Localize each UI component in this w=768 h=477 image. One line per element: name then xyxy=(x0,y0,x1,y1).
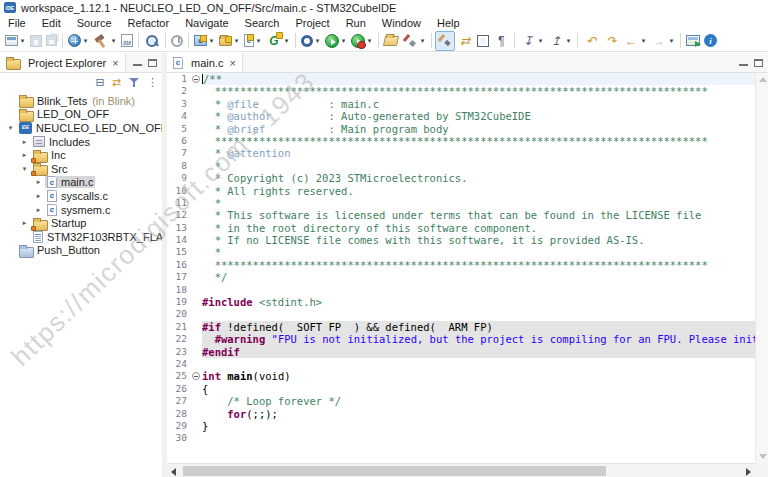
tree-item-inc[interactable]: ▸Inc xyxy=(0,148,162,162)
menu-run[interactable]: Run xyxy=(338,17,374,29)
back-button[interactable]: ←▾ xyxy=(621,31,649,51)
expand-icon[interactable]: ▸ xyxy=(18,219,31,227)
tree-item-src[interactable]: ▾Src xyxy=(0,162,162,176)
code-line-14[interactable]: 14 * If no LICENSE file comes with this … xyxy=(167,234,755,246)
tab-project-explorer[interactable]: Project Explorer × xyxy=(0,53,126,72)
expand-icon[interactable]: ▸ xyxy=(18,138,31,146)
code-line-29[interactable]: 29} xyxy=(167,420,755,432)
collapse-icon[interactable]: ▾ xyxy=(4,124,17,132)
maximize-button[interactable] xyxy=(754,59,763,67)
menu-edit[interactable]: Edit xyxy=(34,17,69,29)
fold-collapse-icon[interactable] xyxy=(192,75,200,83)
mark-occurrences-button[interactable] xyxy=(435,31,455,51)
filter-icon[interactable] xyxy=(128,76,140,88)
code-line-21[interactable]: 21#if !defined(__SOFT_FP__) && defined(_… xyxy=(167,321,755,333)
menu-search[interactable]: Search xyxy=(237,17,288,29)
info-button[interactable]: i xyxy=(702,32,719,49)
tree-item-includes[interactable]: ▸Includes xyxy=(0,135,162,149)
code-line-10[interactable]: 10 * All rights reserved. xyxy=(167,185,755,197)
dropdown-caret-icon[interactable]: ▾ xyxy=(82,37,89,45)
open-perspective-button[interactable] xyxy=(684,33,702,48)
new-c-file-button[interactable]: c▾ xyxy=(242,32,264,49)
menu-help[interactable]: Help xyxy=(429,17,468,29)
code-line-7[interactable]: 7 * @attention xyxy=(167,147,755,159)
maximize-button[interactable] xyxy=(148,59,157,67)
external-tools-button[interactable]: ▾ xyxy=(349,32,375,50)
code-line-27[interactable]: 27 /* Loop forever */ xyxy=(167,395,755,407)
dropdown-caret-icon[interactable]: ▾ xyxy=(419,37,426,45)
code-line-18[interactable]: 18 xyxy=(167,284,755,296)
view-menu-icon[interactable]: ⋮ xyxy=(147,76,158,89)
code-line-11[interactable]: 11 * xyxy=(167,197,755,209)
tree-item-syscalls-c[interactable]: ▸csyscalls.c xyxy=(0,189,162,203)
expand-icon[interactable]: ▸ xyxy=(32,178,45,186)
code-line-28[interactable]: 28 for(;;); xyxy=(167,408,755,420)
fold-collapse-icon[interactable] xyxy=(192,372,200,380)
dropdown-caret-icon[interactable]: ▾ xyxy=(565,37,572,45)
menu-window[interactable]: Window xyxy=(374,17,429,29)
code-line-4[interactable]: 4 * @author : Auto-generated by STM32Cub… xyxy=(167,110,755,122)
scroll-up-icon[interactable] xyxy=(759,77,767,82)
show-selected-element-button[interactable] xyxy=(475,33,491,49)
code-line-26[interactable]: 26{ xyxy=(167,383,755,395)
code-line-13[interactable]: 13 * in the root directory of this softw… xyxy=(167,222,755,234)
forward-button[interactable]: →▾ xyxy=(649,31,677,51)
code-line-30[interactable]: 30 xyxy=(167,432,755,444)
build-all-button[interactable]: 010 xyxy=(119,32,135,49)
previous-annotation-button[interactable]: ↥▾ xyxy=(546,31,574,51)
run-button[interactable]: ▾ xyxy=(323,32,349,50)
code-line-25[interactable]: 25int main(void) xyxy=(167,370,755,382)
scroll-down-icon[interactable] xyxy=(759,454,767,459)
code-line-2[interactable]: 2 **************************************… xyxy=(167,85,755,97)
dropdown-caret-icon[interactable]: ▾ xyxy=(283,37,290,45)
dropdown-caret-icon[interactable]: ▾ xyxy=(110,37,117,45)
scroll-right-icon[interactable] xyxy=(746,468,751,476)
close-icon[interactable]: × xyxy=(112,57,118,69)
tree-item-neucleo-led-on-off[interactable]: ▾IDENEUCLEO_LED_ON_OFF xyxy=(0,121,162,135)
code-line-22[interactable]: 22 #warning "FPU is not initialized, but… xyxy=(167,333,755,345)
menu-navigate[interactable]: Navigate xyxy=(177,17,236,29)
show-whitespace-button[interactable]: ¶ xyxy=(491,31,511,51)
dropdown-caret-icon[interactable]: ▾ xyxy=(640,37,647,45)
scroll-left-icon[interactable] xyxy=(171,468,176,476)
code-analysis-button[interactable]: ▾ xyxy=(299,33,323,49)
code-editor[interactable]: 1/**2 **********************************… xyxy=(167,73,755,463)
menu-source[interactable]: Source xyxy=(69,17,120,29)
build-button[interactable]: ▾ xyxy=(91,31,119,51)
code-line-24[interactable]: 24 xyxy=(167,358,755,370)
link-with-editor-button[interactable]: ⇄ xyxy=(455,31,475,51)
scrollbar-thumb[interactable] xyxy=(183,466,606,476)
close-icon[interactable]: × xyxy=(229,57,235,69)
vertical-scrollbar[interactable] xyxy=(755,73,768,463)
minimize-button[interactable] xyxy=(133,59,142,66)
collapse-all-icon[interactable]: ⊟ xyxy=(96,76,105,89)
flash-download-button[interactable]: ▾ xyxy=(400,31,428,51)
search-button[interactable] xyxy=(142,31,162,51)
code-line-17[interactable]: 17 */ xyxy=(167,271,755,283)
dropdown-caret-icon[interactable]: ▾ xyxy=(340,37,347,45)
dropdown-caret-icon[interactable]: ▾ xyxy=(233,37,240,45)
menu-refactor[interactable]: Refactor xyxy=(120,17,178,29)
tree-item-push-button[interactable]: Push_Button xyxy=(0,244,162,258)
tree-item-startup[interactable]: ▸Startup xyxy=(0,216,162,230)
dropdown-caret-icon[interactable]: ▾ xyxy=(19,37,26,45)
dropdown-caret-icon[interactable]: ▾ xyxy=(255,37,262,45)
open-resource-button[interactable] xyxy=(382,34,400,48)
new-c-project-button[interactable]: c▾ xyxy=(192,33,217,48)
last-edit-location-button[interactable]: ↶ xyxy=(581,31,601,51)
code-line-15[interactable]: 15 * xyxy=(167,246,755,258)
next-annotation-button[interactable]: ↧▾ xyxy=(518,31,546,51)
menu-project[interactable]: Project xyxy=(287,17,337,29)
expand-icon[interactable]: ▸ xyxy=(32,206,45,214)
expand-icon[interactable]: ▸ xyxy=(32,192,45,200)
tree-item-led-on-off[interactable]: LED_ON_OFF xyxy=(0,108,162,122)
code-line-20[interactable]: 20 xyxy=(167,308,755,320)
tree-item-sysmem-c[interactable]: ▸csysmem.c xyxy=(0,203,162,217)
code-line-23[interactable]: 23#endif xyxy=(167,346,755,358)
code-line-3[interactable]: 3 * @file : main.c xyxy=(167,98,755,110)
dropdown-caret-icon[interactable]: ▾ xyxy=(314,37,321,45)
minimize-button[interactable] xyxy=(739,59,748,66)
dropdown-caret-icon[interactable]: ▾ xyxy=(537,37,544,45)
tab-main-c[interactable]: c main.c × xyxy=(167,53,243,72)
code-line-19[interactable]: 19#include <stdint.h> xyxy=(167,296,755,308)
